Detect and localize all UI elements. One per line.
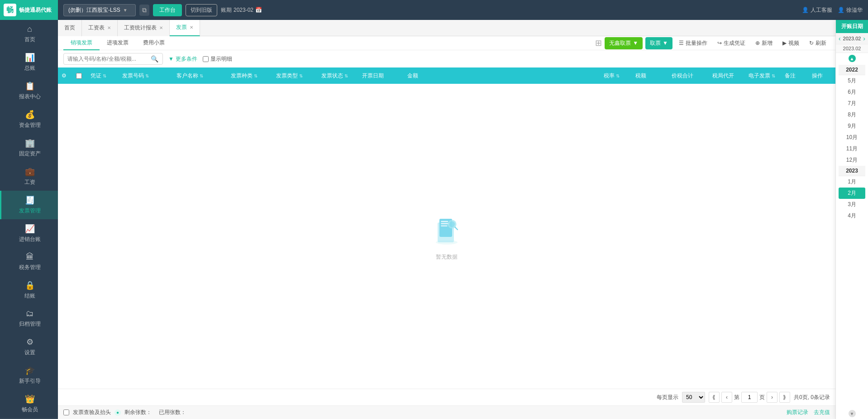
- sidebar-item-reports[interactable]: 📋 报表中心: [0, 77, 58, 105]
- right-panel: 开账日期 ‹ 2023.02 › 2023.02 ▲ 2022 5月 6月 7月…: [835, 20, 868, 419]
- sidebar-item-home[interactable]: ⌂ 首页: [0, 20, 58, 48]
- used-label: 已用张数：: [159, 409, 186, 416]
- sidebar-item-fixed-assets[interactable]: 🏢 固定资产: [0, 134, 58, 162]
- show-details-check[interactable]: [203, 56, 209, 62]
- settings-icon: ⚙: [26, 337, 33, 347]
- video-button[interactable]: ▶ 视频: [779, 37, 803, 49]
- tab-home[interactable]: 首页: [58, 20, 82, 36]
- th-electronic-label: 电子发票: [749, 72, 770, 80]
- th-voucher-label: 凭证: [91, 72, 101, 80]
- select-all-checkbox[interactable]: [76, 73, 82, 79]
- month-item-8[interactable]: 8月: [839, 109, 865, 120]
- sidebar-item-label: 发票管理: [19, 207, 41, 215]
- th-client: 客户名称 ⇅: [173, 72, 227, 80]
- refresh-button[interactable]: ↻ 刷新: [806, 37, 830, 49]
- prev-year-button[interactable]: ‹: [839, 35, 841, 42]
- get-ticket-button[interactable]: 取票 ▼: [645, 37, 672, 49]
- sidebar-item-archive[interactable]: 🗂 归档管理: [0, 304, 58, 332]
- sub-tab-expense-receipt[interactable]: 费用小票: [136, 36, 172, 50]
- sidebar-item-payroll[interactable]: 💼 工资: [0, 162, 58, 191]
- sidebar-item-sales-ledger[interactable]: 📈 进销台账: [0, 219, 58, 248]
- close-icon[interactable]: ✕: [107, 25, 111, 30]
- page-number-input[interactable]: [741, 392, 758, 403]
- close-icon[interactable]: ✕: [159, 25, 163, 30]
- grid-view-icon[interactable]: ⊞: [595, 38, 602, 48]
- switch-old-version-button[interactable]: 切到旧版: [186, 4, 217, 16]
- header-right: 👤 人工客服 👤 徐溢华: [802, 6, 863, 14]
- status-bar-left: 发票查验及抬头 ● 剩余张数： 已用张数：: [63, 409, 190, 416]
- month-item-6[interactable]: 6月: [839, 87, 865, 98]
- month-item-12[interactable]: 12月: [839, 154, 865, 166]
- video-icon: ▶: [782, 40, 787, 46]
- sub-tab-purchase-invoice[interactable]: 进项发票: [100, 36, 136, 50]
- next-year-button[interactable]: ›: [863, 35, 865, 42]
- sort-icon: ⇅: [616, 73, 620, 78]
- month-item-5[interactable]: 5月: [839, 75, 865, 87]
- invoice-check-checkbox[interactable]: [63, 409, 69, 415]
- no-tax-get-button[interactable]: 无鑫取票 ▼: [605, 37, 643, 49]
- generate-voucher-label: 生成凭证: [724, 39, 745, 47]
- th-settings[interactable]: ⚙: [58, 72, 72, 79]
- sidebar-item-funds[interactable]: 💰 资金管理: [0, 105, 58, 134]
- scroll-down-hint[interactable]: ▼: [849, 410, 856, 417]
- purchase-record-link[interactable]: 购票记录: [787, 409, 808, 416]
- per-page-select[interactable]: 50 10 20 100: [682, 392, 705, 403]
- last-page-button[interactable]: ⟫: [779, 392, 790, 403]
- show-details-label: 显示明细: [210, 55, 232, 63]
- month-item-11[interactable]: 11月: [839, 143, 865, 154]
- company-selector[interactable]: (勿删）江西股宝-LSS ▼: [63, 4, 136, 16]
- sort-icon: ⇅: [200, 73, 203, 78]
- tab-invoice[interactable]: 发票 ✕: [170, 20, 200, 36]
- th-client-label: 客户名称: [176, 72, 198, 80]
- sidebar-item-member[interactable]: 👑 畅会员: [0, 390, 58, 418]
- app-logo: 畅 畅捷通易代账: [0, 0, 58, 20]
- sidebar-item-label: 总账: [24, 64, 35, 72]
- sidebar-item-tax[interactable]: 🏛 税务管理: [0, 248, 58, 276]
- copy-company-button[interactable]: ⧉: [139, 5, 149, 16]
- month-item-3[interactable]: 3月: [839, 199, 865, 210]
- table-header: ⚙ 凭证 ⇅ 发票号码 ⇅ 客户名称 ⇅ 发票种类 ⇅ 发票类型 ⇅: [58, 67, 835, 84]
- next-page-button[interactable]: ›: [767, 392, 777, 403]
- sub-tab-sales-invoice[interactable]: 销项发票: [63, 36, 100, 50]
- open-period-header[interactable]: 开账日期: [836, 20, 868, 33]
- month-item-9[interactable]: 9月: [839, 120, 865, 132]
- more-conditions-button[interactable]: ▼ 更多条件: [168, 55, 197, 63]
- sidebar-item-general-ledger[interactable]: 📊 总账: [0, 48, 58, 77]
- month-item-4[interactable]: 4月: [839, 210, 865, 222]
- get-ticket-label: 取票: [650, 39, 661, 47]
- th-inv-category-label: 发票类型: [276, 72, 298, 80]
- th-actions-label: 操作: [812, 72, 823, 80]
- tab-payroll-report[interactable]: 工资统计报表 ✕: [118, 20, 170, 36]
- first-page-button[interactable]: ⟪: [709, 392, 720, 403]
- refresh-label: 刷新: [816, 39, 826, 47]
- support-item[interactable]: 👤 人工客服: [802, 6, 832, 14]
- search-icon[interactable]: 🔍: [151, 55, 158, 63]
- month-item-7[interactable]: 7月: [839, 98, 865, 109]
- month-item-2-active[interactable]: 2月: [839, 188, 865, 199]
- sidebar-item-closing[interactable]: 🔒 结账: [0, 276, 58, 304]
- th-amount: 金额: [404, 72, 600, 80]
- sidebar-item-settings[interactable]: ⚙ 设置: [0, 332, 58, 361]
- batch-ops-button[interactable]: ☰ 批量操作: [675, 37, 711, 49]
- search-input[interactable]: [67, 56, 149, 62]
- new-button[interactable]: ⊕ 新增: [752, 37, 776, 49]
- workspace-button[interactable]: 工作台: [153, 4, 182, 16]
- th-checkbox[interactable]: [72, 73, 87, 79]
- scroll-up-hint[interactable]: ▲: [849, 55, 856, 62]
- th-date-label: 开票日期: [362, 72, 384, 80]
- empty-text: 暂无数据: [436, 253, 458, 261]
- show-details-checkbox[interactable]: 显示明细: [203, 55, 232, 63]
- month-item-1[interactable]: 1月: [839, 176, 865, 188]
- generate-voucher-button[interactable]: ↪ 生成凭证: [714, 37, 749, 49]
- sidebar-item-invoice[interactable]: 🧾 发票管理: [0, 191, 58, 219]
- prev-page-button[interactable]: ‹: [721, 392, 732, 403]
- svg-rect-5: [441, 225, 447, 226]
- generate-voucher-icon: ↪: [717, 40, 722, 46]
- recharge-link[interactable]: 去充值: [814, 409, 830, 416]
- sidebar-item-guide[interactable]: 🎓 新手引导: [0, 361, 58, 390]
- tab-payroll[interactable]: 工资表 ✕: [82, 20, 118, 36]
- close-icon[interactable]: ✕: [190, 25, 193, 30]
- th-invoice-no-label: 发票号码: [122, 72, 144, 80]
- user-avatar-item[interactable]: 👤 徐溢华: [838, 6, 863, 14]
- month-item-10[interactable]: 10月: [839, 132, 865, 143]
